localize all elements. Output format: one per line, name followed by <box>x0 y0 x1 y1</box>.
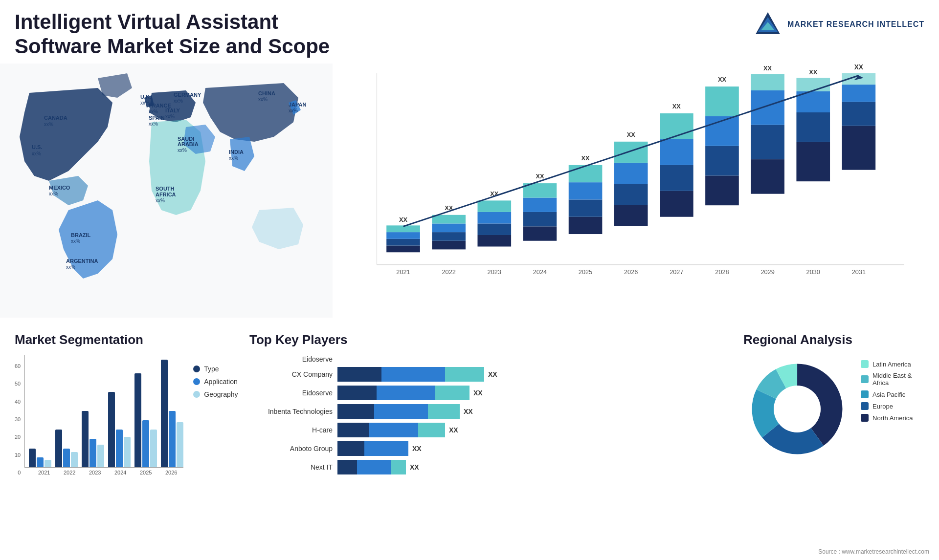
svg-text:MEXICO: MEXICO <box>49 185 70 191</box>
player-name-inbenta: Inbenta Technologies <box>249 408 333 415</box>
players-list: Eidoserve CX Company XX Eidoserve <box>249 355 719 474</box>
seg-bar-group-2026 <box>161 360 183 467</box>
svg-text:xx%: xx% <box>66 264 75 270</box>
seg-chart-area: 60 50 40 30 20 10 0 <box>15 355 220 475</box>
svg-rect-74 <box>660 191 693 217</box>
player-row-hcare: H-care XX <box>249 423 719 437</box>
player-bar-segs-anboto <box>337 441 408 456</box>
svg-rect-87 <box>751 125 784 159</box>
bar-seg2-e2 <box>377 386 435 400</box>
svg-rect-95 <box>796 78 830 91</box>
svg-rect-89 <box>751 74 784 90</box>
player-name-cx: CX Company <box>249 370 333 378</box>
svg-rect-46 <box>432 223 466 232</box>
bar-chart: XX 2021 XX 2022 XX 2023 XX 2024 <box>352 64 919 308</box>
legend-asia-pacific: Asia Pacific <box>861 390 929 398</box>
page-title: Intelligent Virtual Assistant Software M… <box>15 10 357 59</box>
players-title: Top Key Players <box>249 332 719 347</box>
svg-text:XX: XX <box>763 65 772 72</box>
player-xx-anboto: XX <box>412 445 422 452</box>
svg-text:xx%: xx% <box>258 97 268 102</box>
svg-text:xx%: xx% <box>32 151 41 156</box>
bar-seg1-nextit <box>337 460 357 474</box>
svg-text:XX: XX <box>809 68 817 76</box>
seg-bar-group-2022 <box>55 430 78 467</box>
svg-rect-57 <box>523 212 557 226</box>
bar-seg3-hcare <box>418 423 445 437</box>
bar-seg1-inbenta <box>337 404 374 419</box>
svg-rect-64 <box>569 182 603 199</box>
player-xx-hcare: XX <box>449 426 458 434</box>
svg-rect-53 <box>477 200 511 212</box>
seg-bar-group-2023 <box>82 411 104 467</box>
legend-latin-america: Latin America <box>861 360 929 368</box>
regional-inner: Latin America Middle East & Africa Asia … <box>743 355 929 465</box>
world-map: CANADA xx% U.S. xx% MEXICO xx% BRAZIL xx… <box>0 64 333 318</box>
svg-rect-98 <box>842 126 876 170</box>
bar-seg3-inbenta <box>428 404 460 419</box>
legend-north-america: North America <box>861 414 929 422</box>
svg-text:XX: XX <box>581 154 590 162</box>
player-bar-nextit: XX <box>337 460 419 474</box>
players-section: Top Key Players Eidoserve CX Company XX <box>235 323 734 560</box>
svg-text:INDIA: INDIA <box>229 149 244 155</box>
segmentation-title: Market Segmentation <box>15 332 220 347</box>
bar-seg3-nextit <box>391 460 406 474</box>
color-mea <box>861 375 869 383</box>
seg-bar-group-2024 <box>108 392 131 467</box>
player-bar-segs-cx <box>337 367 484 382</box>
legend-label-geography: Geography <box>204 390 238 398</box>
seg-bars <box>24 355 183 468</box>
svg-text:CHINA: CHINA <box>258 90 275 96</box>
svg-rect-80 <box>705 175 739 205</box>
legend-dot-geography <box>193 391 200 398</box>
player-bar-segs-inbenta <box>337 404 460 419</box>
bar-seg2-nextit <box>357 460 391 474</box>
svg-rect-83 <box>705 86 739 116</box>
svg-rect-99 <box>842 102 876 126</box>
label-europe: Europe <box>872 403 893 410</box>
svg-text:xx%: xx% <box>44 122 53 127</box>
label-north-america: North America <box>872 414 913 422</box>
bar-seg1-e2 <box>337 386 377 400</box>
svg-rect-45 <box>432 232 466 241</box>
bar-seg2-cx <box>381 367 445 382</box>
svg-text:xx%: xx% <box>229 155 238 161</box>
bar-seg2-inbenta <box>374 404 428 419</box>
seg-bar-group-2021 <box>29 449 51 467</box>
svg-point-111 <box>774 386 821 432</box>
player-row-inbenta: Inbenta Technologies XX <box>249 404 719 419</box>
color-asia <box>861 390 869 398</box>
player-row-eidoserve-top: Eidoserve <box>249 355 719 363</box>
svg-rect-100 <box>842 85 876 102</box>
svg-rect-51 <box>477 223 511 235</box>
bar-seg3-e2 <box>435 386 470 400</box>
donut-chart <box>743 355 851 463</box>
svg-text:2027: 2027 <box>670 268 683 276</box>
svg-text:xx%: xx% <box>174 98 183 104</box>
logo-block: MARKET RESEARCH INTELLECT <box>753 10 924 39</box>
player-bar-anboto: XX <box>337 441 422 456</box>
svg-text:ARABIA: ARABIA <box>178 141 199 147</box>
svg-rect-40 <box>386 232 420 239</box>
label-mea: Middle East & Africa <box>872 372 929 387</box>
svg-rect-69 <box>614 184 648 205</box>
svg-rect-52 <box>477 212 511 224</box>
segmentation-section: Market Segmentation 60 50 40 30 20 10 0 <box>0 323 235 560</box>
player-bar-eidoserve2: XX <box>337 386 483 400</box>
legend-europe: Europe <box>861 402 929 410</box>
player-name-eidoserve2: Eidoserve <box>249 389 333 397</box>
svg-text:2024: 2024 <box>533 268 547 276</box>
svg-text:2028: 2028 <box>715 268 729 276</box>
source-text: Source : www.marketresearchintellect.com <box>818 548 929 555</box>
svg-rect-56 <box>523 226 557 240</box>
svg-text:CANADA: CANADA <box>44 115 67 121</box>
player-row-anboto: Anboto Group XX <box>249 441 719 456</box>
svg-text:2026: 2026 <box>624 268 638 276</box>
svg-rect-50 <box>477 235 511 247</box>
svg-text:ITALY: ITALY <box>165 108 180 113</box>
svg-rect-93 <box>796 112 830 142</box>
svg-text:xx%: xx% <box>49 191 58 196</box>
player-bar-segs-nextit <box>337 460 406 474</box>
svg-text:xx%: xx% <box>149 109 158 114</box>
